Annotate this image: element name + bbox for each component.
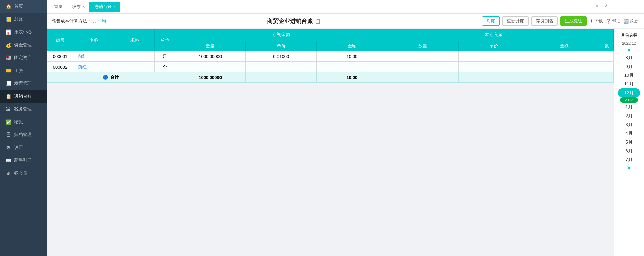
month-10[interactable]: 10月	[614, 71, 644, 80]
sidebar-item-label: 固定资产	[14, 55, 32, 61]
month-6[interactable]: 6月	[614, 147, 644, 155]
table-area[interactable]: 编号 名称 规格 单位 期初余额 本期入库 数量 单价 金额 数量 单价	[47, 29, 614, 256]
month-2[interactable]: 2月	[614, 111, 644, 120]
total-qichu-qty: 1000.00000	[175, 72, 246, 83]
sidebar-item-purchase-sales[interactable]: 📋 进销台账	[0, 90, 47, 103]
sidebar-item-fund-management[interactable]: 💰 资金管理	[0, 39, 47, 51]
membership-icon: ♛	[5, 171, 11, 176]
row1-name: 前红	[74, 51, 114, 62]
archive-icon: 🗄	[5, 132, 11, 137]
sidebar: 🏠 首页 📒 总账 📊 报表中心 💰 资金管理 🏭 固定资产 💳 工资 🧾 发票…	[0, 0, 47, 256]
col-header-name: 名称	[74, 29, 114, 51]
sidebar-item-label: 畅会员	[14, 170, 27, 176]
sidebar-item-label: 工资	[14, 68, 23, 74]
sidebar-item-settings[interactable]: ⚙ 设置	[0, 141, 47, 154]
sidebar-item-general-ledger[interactable]: 📒 总账	[0, 13, 47, 26]
month-7[interactable]: 7月	[614, 155, 644, 164]
table-row: 000002 前红 个	[47, 62, 614, 72]
sidebar-item-guide[interactable]: 📖 新手引导	[0, 154, 47, 167]
cost-method: 销售成本计算方法： 月平均	[52, 18, 106, 24]
purchase-icon: 📋	[5, 94, 11, 99]
title-icon: 📋	[315, 18, 321, 24]
row2-qichu-qty	[175, 62, 246, 72]
month-11[interactable]: 11月	[614, 80, 644, 88]
ledger-icon: 📒	[5, 17, 11, 22]
download-button[interactable]: ⬇ 下载	[589, 18, 603, 24]
col-sub-qichu-qty: 数量	[175, 41, 246, 51]
tab-invoice-close[interactable]: ×	[83, 5, 85, 9]
col-header-extra	[600, 29, 614, 41]
month-9[interactable]: 9月	[614, 62, 644, 71]
sidebar-item-invoice[interactable]: 🧾 发票管理	[0, 77, 47, 90]
fund-icon: 💰	[5, 42, 11, 48]
tab-home[interactable]: 首页	[49, 2, 67, 12]
page-title: 商贸企业进销台账 📋	[267, 17, 321, 25]
row1-ruku-qty	[387, 51, 458, 62]
sidebar-item-label: 报表中心	[14, 29, 32, 35]
save-alias-button[interactable]: 存货别名	[531, 16, 558, 26]
sidebar-item-checkout[interactable]: ✅ 结账	[0, 116, 47, 128]
total-ruku-qty	[387, 72, 458, 83]
sidebar-item-salary[interactable]: 💳 工资	[0, 64, 47, 77]
tab-bar: 首页 发票 × 进销台账 ×	[47, 0, 644, 14]
row2-id: 000002	[47, 62, 74, 72]
scroll-down-button[interactable]: ▼	[614, 164, 644, 172]
total-label: 🔵 合计	[47, 72, 175, 83]
row2-extra	[600, 62, 614, 72]
row2-ruku-price	[458, 62, 529, 72]
row2-spec	[114, 62, 155, 72]
guide-icon: 📖	[5, 158, 11, 163]
col-sub-extra: 数	[600, 41, 614, 51]
dui-zhang-button[interactable]: 对账	[482, 16, 500, 26]
total-qichu-amount: 10.00	[317, 72, 387, 83]
sidebar-item-label: 设置	[14, 145, 23, 151]
tab-ledger-close[interactable]: ×	[113, 5, 115, 9]
sidebar-item-fixed-assets[interactable]: 🏭 固定资产	[0, 51, 47, 64]
row2-unit: 个	[155, 62, 175, 72]
invoice-icon: 🧾	[5, 81, 11, 86]
sidebar-item-home[interactable]: 🏠 首页	[0, 0, 47, 13]
home-icon: 🏠	[5, 4, 11, 9]
tab-ledger[interactable]: 进销台账 ×	[89, 2, 120, 12]
col-sub-ruku-qty: 数量	[387, 41, 458, 51]
sidebar-item-label: 资金管理	[14, 42, 32, 48]
close-button[interactable]: ✕	[594, 3, 600, 9]
scroll-up-button[interactable]: ▲	[614, 46, 644, 53]
sidebar-item-label: 归档管理	[14, 132, 32, 138]
sidebar-item-label: 总账	[14, 16, 23, 22]
row2-ruku-amount	[529, 62, 600, 72]
month-5[interactable]: 5月	[614, 138, 644, 147]
month-1[interactable]: 1月	[614, 103, 644, 111]
row1-qichu-qty: 1000.00000	[175, 51, 246, 62]
download-icon: ⬇	[589, 19, 593, 24]
sidebar-item-report-center[interactable]: 📊 报表中心	[0, 26, 47, 39]
row2-ruku-qty	[387, 62, 458, 72]
sidebar-item-archive[interactable]: 🗄 归档管理	[0, 128, 47, 141]
month-8[interactable]: 8月	[614, 53, 644, 62]
sidebar-item-membership[interactable]: ♛ 畅会员	[0, 167, 47, 180]
col-header-id: 编号	[47, 29, 74, 51]
toolbar: 销售成本计算方法： 月平均 商贸企业进销台账 📋 对账 重新开账 存货别名 生成…	[47, 14, 644, 29]
sidebar-item-label: 新手引导	[14, 157, 32, 163]
tab-invoice[interactable]: 发票 ×	[67, 2, 89, 12]
reset-button[interactable]: 重新开账	[502, 16, 529, 26]
tax-icon: 🏛	[5, 106, 11, 112]
sidebar-item-label: 结账	[14, 119, 23, 125]
assets-icon: 🏭	[5, 55, 11, 60]
col-sub-qichu-price: 单价	[246, 41, 317, 51]
row1-qichu-price: 0.01000	[246, 51, 317, 62]
sidebar-item-label: 进销台账	[14, 93, 32, 99]
maximize-button[interactable]: ⤢	[603, 3, 609, 9]
total-qichu-price	[246, 72, 317, 83]
month-picker-current-year: 2022.12	[614, 41, 644, 46]
row1-unit: 只	[155, 51, 175, 62]
sidebar-item-tax[interactable]: 🏛 税务管理	[0, 103, 47, 116]
month-3[interactable]: 3月	[614, 120, 644, 129]
year-2023-badge: 2023	[620, 97, 638, 103]
help-button[interactable]: ❓ 帮助	[606, 18, 621, 24]
month-12[interactable]: 12月	[618, 88, 640, 97]
month-4[interactable]: 4月	[614, 129, 644, 138]
refresh-button[interactable]: 🔄 刷新	[623, 18, 639, 24]
gen-voucher-button[interactable]: 生成凭证	[560, 16, 587, 26]
total-extra	[600, 72, 614, 83]
